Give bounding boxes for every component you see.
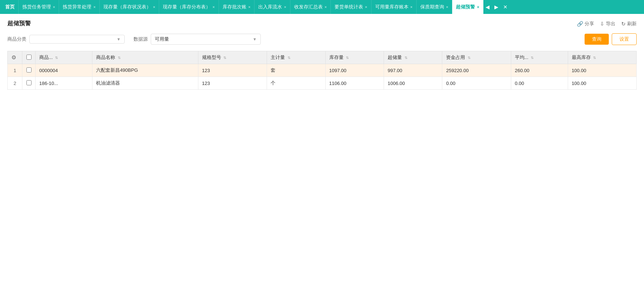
th-max-stock[interactable]: 最高库存 ⇅ [568,51,636,64]
row-2-unit: 个 [267,77,325,90]
nav-item-inout-flow[interactable]: 出入库流水 × [255,0,290,14]
close-available-ledger[interactable]: × [410,5,413,9]
refresh-button[interactable]: ↻ 刷新 [621,21,637,27]
sort-icon-stock: ⇅ [346,56,349,60]
th-checkbox [22,51,36,64]
top-navigation: 首页 拣货任务管理 × 拣货异常处理 × 现存量（库存状况表） × 现存量（库存… [0,0,644,14]
filter-group-datasource: 数据源 可用量 ▼ [133,34,261,45]
nav-item-home[interactable]: 首页 [1,0,19,14]
table-body: 1 0000004 六配套新昌490BPG 123 套 1097.00 997.… [8,64,637,90]
sort-icon-product-code: ⇅ [55,56,58,60]
nav-item-overstock-warning[interactable]: 超储预警 × [452,0,483,14]
row-2-stock: 1106.00 [325,77,384,90]
th-spec[interactable]: 规格型号 ⇅ [198,51,267,64]
nav-item-pick-task[interactable]: 拣货任务管理 × [19,0,59,14]
close-order-stats[interactable]: × [365,5,367,9]
table-header: ⚙ 商品... ⇅ 商品名称 ⇅ 规格型号 ⇅ 主计量 [8,51,637,64]
category-dropdown-arrow: ▼ [117,37,121,41]
th-overstock[interactable]: 超储量 ⇅ [384,51,442,64]
row-2-max-stock: 100.00 [568,77,636,90]
settings-button[interactable]: 设置 [612,33,637,45]
row-1-stock: 1097.00 [325,64,384,77]
row-1-checkbox[interactable] [26,67,32,73]
query-button[interactable]: 查询 [585,34,609,45]
row-1-product-name: 六配套新昌490BPG [92,64,198,77]
th-stock[interactable]: 库存量 ⇅ [325,51,384,64]
select-all-checkbox[interactable] [26,55,32,60]
nav-item-order-stats[interactable]: 要货单统计表 × [331,0,371,14]
row-1-product-code: 0000004 [36,64,92,77]
close-batch-account[interactable]: × [248,5,250,9]
filter-row: 商品分类 ▼ 数据源 可用量 ▼ 查询 设置 [7,33,637,45]
th-capital[interactable]: 资金占用 ⇅ [442,51,511,64]
close-overstock-warning[interactable]: × [477,5,479,9]
close-recv-send-summary[interactable]: × [325,5,327,9]
nav-item-recv-send-summary[interactable]: 收发存汇总表 × [290,0,331,14]
sort-icon-capital: ⇅ [468,56,471,60]
header-actions: 🔗 分享 ⇩ 导出 ↻ 刷新 [577,21,637,27]
nav-item-batch-account[interactable]: 库存批次账 × [219,0,255,14]
th-product-name[interactable]: 商品名称 ⇅ [92,51,198,64]
close-inventory-dist[interactable]: × [212,5,215,9]
row-2-capital: 0.00 [442,77,511,90]
th-avg[interactable]: 平均... ⇅ [511,51,568,64]
sort-icon-unit: ⇅ [288,56,290,60]
row-1-spec: 123 [198,64,267,77]
row-2-overstock: 1006.00 [384,77,442,90]
sort-icon-spec: ⇅ [223,56,226,60]
export-button[interactable]: ⇩ 导出 [600,21,615,27]
nav-item-expiry-query[interactable]: 保质期查询 × [417,0,452,14]
page-content: 超储预警 🔗 分享 ⇩ 导出 ↻ 刷新 商品分类 ▼ 数据源 [0,14,644,293]
sort-icon-overstock: ⇅ [405,56,407,60]
datasource-select[interactable]: 可用量 ▼ [151,34,261,45]
th-unit[interactable]: 主计量 ⇅ [267,51,325,64]
category-select[interactable]: ▼ [29,35,125,44]
row-checkbox-2 [22,77,36,90]
sort-icon-product-name: ⇅ [118,56,121,60]
row-2-avg: 0.00 [511,77,568,90]
settings-gear-icon[interactable]: ⚙ [11,54,16,60]
nav-prev-arrow[interactable]: ◀ [483,0,492,14]
nav-item-pick-exception[interactable]: 拣货异常处理 × [59,0,99,14]
nav-item-inventory-dist[interactable]: 现存量（库存分布表） × [159,0,219,14]
datasource-value: 可用量 [155,36,169,42]
row-num-1: 1 [8,64,22,77]
data-table: ⚙ 商品... ⇅ 商品名称 ⇅ 规格型号 ⇅ 主计量 [7,51,637,90]
filter-actions: 查询 设置 [585,33,637,45]
datasource-label: 数据源 [133,36,148,42]
row-2-product-code: 186-10... [36,77,92,90]
close-expiry-query[interactable]: × [446,5,448,9]
row-checkbox-1 [22,64,36,77]
row-2-checkbox[interactable] [26,80,32,85]
row-1-unit: 套 [267,64,325,77]
nav-item-available-ledger[interactable]: 可用量库存账本 × [372,0,417,14]
sort-icon-avg: ⇅ [531,56,534,60]
datasource-dropdown-arrow: ▼ [253,37,257,41]
close-inventory-status[interactable]: × [153,5,155,9]
nav-item-inventory-status[interactable]: 现存量（库存状况表） × [100,0,159,14]
table-row: 2 186-10... 机油滤清器 123 个 1106.00 1006.00 … [8,77,637,90]
filter-group-category: 商品分类 ▼ [7,35,125,44]
close-inout-flow[interactable]: × [284,5,286,9]
nav-next-arrow[interactable]: ▶ [492,0,501,14]
row-num-2: 2 [8,77,22,90]
share-button[interactable]: 🔗 分享 [577,21,594,27]
row-2-spec: 123 [198,77,267,90]
row-1-capital: 259220.00 [442,64,511,77]
page-title: 超储预警 [7,20,31,27]
th-product-code[interactable]: 商品... ⇅ [36,51,92,64]
row-1-overstock: 997.00 [384,64,442,77]
refresh-icon: ↻ [621,21,626,27]
export-icon: ⇩ [600,21,604,27]
row-2-product-name: 机油滤清器 [92,77,198,90]
close-pick-task[interactable]: × [53,5,55,9]
row-1-max-stock: 100.00 [568,64,636,77]
th-settings: ⚙ [8,51,22,64]
nav-close-arrow[interactable]: ✕ [501,0,510,14]
share-icon: 🔗 [577,21,583,27]
category-label: 商品分类 [7,36,26,42]
page-header: 超储预警 🔗 分享 ⇩ 导出 ↻ 刷新 [7,20,637,27]
sort-icon-max-stock: ⇅ [593,56,596,60]
row-1-avg: 260.00 [511,64,568,77]
close-pick-exception[interactable]: × [93,5,95,9]
